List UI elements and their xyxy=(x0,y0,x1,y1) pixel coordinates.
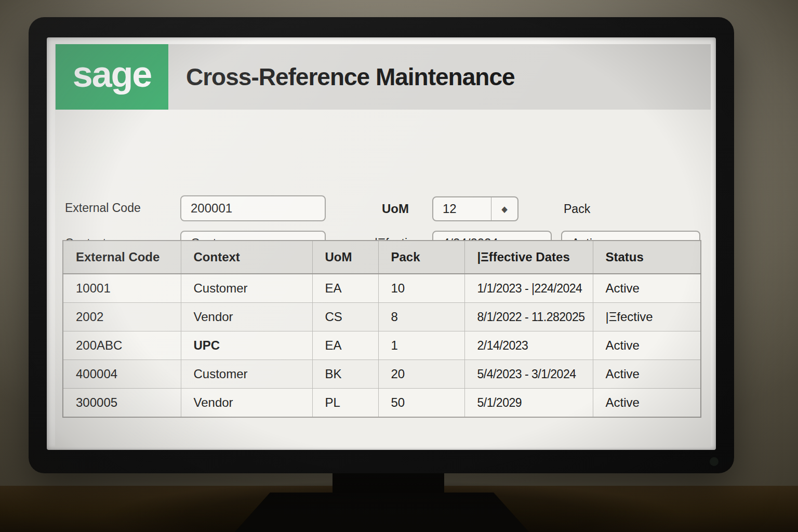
cell-uom: EA xyxy=(312,331,378,360)
sage-logo: sage xyxy=(56,44,168,110)
cell-external-code: 400004 xyxy=(63,360,181,389)
cell-pack: 50 xyxy=(378,389,464,418)
external-code-label: External Code xyxy=(65,195,141,220)
table-row[interactable]: 300005 Vendor PL 50 5/1/2029 Active xyxy=(63,389,701,418)
cross-reference-table: External Code Context UoM Pack |Ξffectiv… xyxy=(62,240,701,418)
cell-effective-dates: 8/1/2022 - 11.282025 xyxy=(464,303,593,331)
cell-external-code: 10001 xyxy=(63,274,181,303)
cell-uom: PL xyxy=(312,389,378,418)
cell-effective-dates: 5/4/2023 - 3/1/2024 xyxy=(464,360,593,389)
cell-status: |Ξfective xyxy=(593,303,701,331)
diamond-spinner-icon: ◆ xyxy=(501,204,508,214)
uom-label: UoM xyxy=(382,196,409,221)
pack-label: Pack xyxy=(564,196,590,221)
table-row[interactable]: 2002 Vendor CS 8 8/1/2022 - 11.282025 |Ξ… xyxy=(63,303,701,331)
column-header-external-code: External Code xyxy=(63,241,181,274)
cell-pack: 20 xyxy=(378,360,464,389)
cell-uom: CS xyxy=(312,303,378,331)
cell-external-code: 2002 xyxy=(63,303,181,331)
table-row[interactable]: 400004 Customer BK 20 5/4/2023 - 3/1/202… xyxy=(63,360,701,389)
monitor-bezel: sage Cross-Reference Maintenance Externa… xyxy=(29,17,734,473)
column-header-pack: Pack xyxy=(378,241,464,274)
table-row[interactable]: 200ABC UPC EA 1 2/14/2023 Active xyxy=(63,331,701,360)
cell-uom: BK xyxy=(312,360,378,389)
column-header-status: Status xyxy=(593,241,701,274)
form-area: External Code Context Customer ▼ DoM /02… xyxy=(55,110,711,241)
cell-status: Active xyxy=(593,274,701,303)
column-header-context: Context xyxy=(181,241,312,274)
table-row[interactable]: 10001 Customer EA 10 1/1/2023 - |224/202… xyxy=(63,274,701,303)
cell-effective-dates: 5/1/2029 xyxy=(464,389,593,418)
cell-external-code: 200ABC xyxy=(63,331,181,360)
cell-status: Active xyxy=(593,360,701,389)
uom-stepper[interactable]: 12 ◆ xyxy=(432,196,518,221)
page-title: Cross-Reference Maintenance xyxy=(186,44,515,110)
cell-pack: 10 xyxy=(378,274,464,303)
table-header-row: External Code Context UoM Pack |Ξffectiv… xyxy=(63,241,701,274)
cell-context: Vendor xyxy=(181,389,312,418)
uom-spinner-button[interactable]: ◆ xyxy=(491,197,517,220)
cell-pack: 8 xyxy=(378,303,464,331)
cell-status: Active xyxy=(593,389,701,418)
cell-pack: 1 xyxy=(378,331,464,360)
cell-uom: EA xyxy=(312,274,378,303)
app-window: sage Cross-Reference Maintenance Externa… xyxy=(55,44,711,447)
power-button[interactable] xyxy=(710,457,719,466)
external-code-input[interactable] xyxy=(180,195,326,221)
cell-context: Customer xyxy=(181,274,312,303)
monitor-stand-base xyxy=(235,493,529,532)
cell-context: Vendor xyxy=(181,303,312,331)
photo-scene: sage Cross-Reference Maintenance Externa… xyxy=(0,0,798,532)
cell-context: UPC xyxy=(181,331,312,360)
cell-external-code: 300005 xyxy=(63,389,181,418)
screen: sage Cross-Reference Maintenance Externa… xyxy=(47,37,716,450)
sage-logo-text: sage xyxy=(73,54,152,100)
cell-status: Active xyxy=(593,331,701,360)
cell-context: Customer xyxy=(181,360,312,389)
cell-effective-dates: 1/1/2023 - |224/2024 xyxy=(464,274,593,303)
app-header: sage Cross-Reference Maintenance xyxy=(55,44,711,110)
cell-effective-dates: 2/14/2023 xyxy=(464,331,593,360)
column-header-effective-dates: |Ξffective Dates xyxy=(464,241,593,274)
column-header-uom: UoM xyxy=(312,241,378,274)
